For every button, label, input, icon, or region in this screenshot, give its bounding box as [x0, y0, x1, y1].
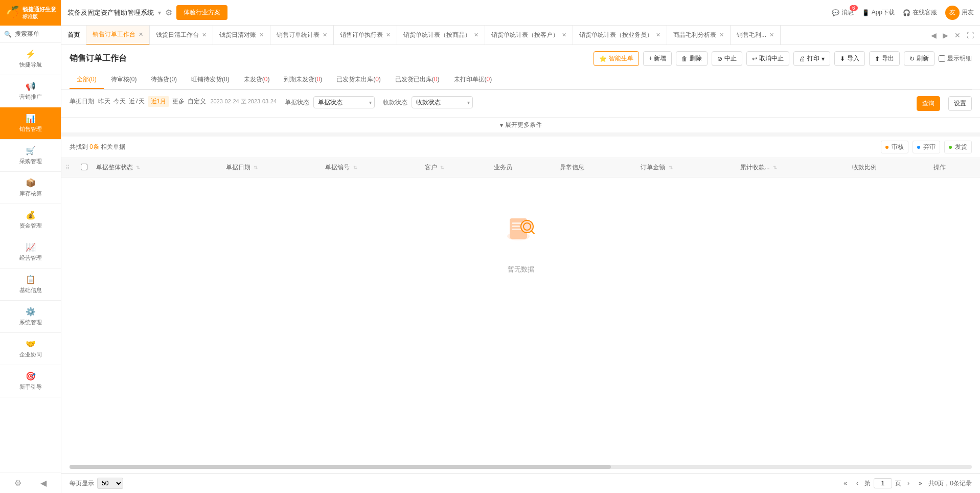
sidebar-item-sales[interactable]: 📊 销售管理: [0, 107, 61, 140]
th-checkbox[interactable]: [77, 158, 92, 177]
sort-amount-icon[interactable]: ⇅: [669, 165, 673, 170]
user-initial: 友: [949, 8, 955, 17]
review-action-btn[interactable]: 审核: [881, 141, 908, 153]
date-option-today[interactable]: 今天: [113, 97, 126, 106]
tab-prev-btn[interactable]: ◀: [929, 30, 939, 40]
date-option-7days[interactable]: 近7天: [129, 97, 145, 106]
collapse-icon[interactable]: ◀: [40, 478, 47, 488]
sort-date-icon[interactable]: ⇅: [254, 165, 258, 170]
sidebar-item-inventory[interactable]: 📦 库存核算: [0, 172, 61, 204]
sidebar-item-guide[interactable]: 🎯 新手引导: [0, 365, 61, 397]
page-number-input[interactable]: [874, 478, 892, 488]
date-option-more[interactable]: 更多: [172, 97, 185, 106]
tab-close-customer[interactable]: ✕: [562, 32, 566, 38]
tab-close-product[interactable]: ✕: [474, 32, 478, 38]
sub-tab-pending-inspect[interactable]: 待拣货(0): [144, 71, 184, 89]
import-btn[interactable]: ⬇ 导入: [834, 51, 865, 66]
ship-action-btn[interactable]: 发货: [944, 141, 972, 153]
date-option-custom[interactable]: 自定义: [188, 97, 206, 106]
app-download-btn[interactable]: 📱 App下载: [862, 8, 895, 17]
tab-sales-more[interactable]: 销售毛利... ✕: [731, 26, 781, 45]
tab-close-staff[interactable]: ✕: [656, 32, 660, 38]
tab-next-btn[interactable]: ▶: [941, 30, 950, 40]
settings-icon[interactable]: ⚙: [14, 478, 21, 488]
sub-tab-wangpu[interactable]: 旺铺待发货(0): [184, 71, 237, 89]
action-buttons: ⭐ 智能生单 + 新增 🗑 删除 ⊘ 中止 ↩: [594, 51, 972, 66]
first-page-btn[interactable]: «: [840, 479, 850, 488]
tab-product-margin[interactable]: 商品毛利分析表 ✕: [667, 26, 731, 45]
prev-page-btn[interactable]: ‹: [853, 479, 861, 488]
delete-btn[interactable]: 🗑 删除: [676, 51, 708, 66]
tab-sales-stats-product[interactable]: 销货单统计表（按商品） ✕: [397, 26, 485, 45]
online-service-btn[interactable]: 🎧 在线客服: [903, 8, 937, 17]
th-status: 单据整体状态 ⇅: [92, 158, 222, 177]
tab-sales-stats-staff[interactable]: 销货单统计表（按业务员） ✕: [573, 26, 667, 45]
tab-sales-stats-customer[interactable]: 销货单统计表（按客户） ✕: [485, 26, 573, 45]
tab-cash-daily[interactable]: 钱货日清工作台 ✕: [150, 26, 213, 45]
export-btn[interactable]: ⬆ 导出: [869, 51, 900, 66]
topbar-settings-icon[interactable]: ⚙: [165, 8, 172, 17]
tab-close-exec[interactable]: ✕: [386, 32, 391, 38]
sort-customer-icon[interactable]: ⇅: [440, 165, 444, 170]
tab-close-more[interactable]: ✕: [769, 32, 774, 38]
print-btn[interactable]: 🖨 打印 ▾: [793, 51, 830, 66]
sidebar-item-finance[interactable]: 💰 资金管理: [0, 204, 61, 236]
tab-expand-btn[interactable]: ⛶: [965, 30, 976, 40]
sort-status-icon[interactable]: ⇅: [136, 165, 140, 170]
search-btn[interactable]: 查询: [917, 96, 940, 111]
sidebar-item-quick-nav[interactable]: ⚡ 快捷导航: [0, 43, 61, 75]
sub-tab-shipped-not-out[interactable]: 已发货未出库(0): [329, 71, 388, 89]
sub-tab-overdue[interactable]: 到期未发货(0): [277, 71, 329, 89]
date-option-1month[interactable]: 近1月: [148, 96, 170, 107]
tab-sales-order-workbench[interactable]: 销售订单工作台 ✕: [86, 26, 150, 45]
add-btn[interactable]: + 新增: [643, 51, 672, 66]
sub-tab-all[interactable]: 全部(0): [70, 71, 104, 89]
ai-btn[interactable]: ⭐ 智能生单: [594, 51, 639, 66]
tab-close-all-btn[interactable]: ✕: [952, 30, 963, 40]
setting-btn[interactable]: 设置: [948, 96, 972, 111]
sidebar-item-basic[interactable]: 📋 基础信息: [0, 268, 61, 301]
page-size-select[interactable]: 50 20 100: [97, 478, 123, 489]
sort-no-icon[interactable]: ⇅: [353, 165, 357, 170]
last-page-btn[interactable]: »: [916, 479, 925, 488]
refresh-btn[interactable]: ↻ 刷新: [904, 51, 935, 66]
user-menu[interactable]: 友 用友: [945, 6, 974, 20]
tab-close-cash-daily[interactable]: ✕: [202, 32, 207, 38]
tab-cash-reconcile[interactable]: 钱货日清对账 ✕: [213, 26, 270, 45]
unreviewed-action-btn[interactable]: 弃审: [913, 141, 940, 153]
sidebar-item-marketing[interactable]: 📢 营销推广: [0, 75, 61, 107]
show-detail-checkbox[interactable]: [939, 55, 945, 62]
h-scrollbar-thumb[interactable]: [70, 465, 611, 469]
show-detail-toggle[interactable]: 显示明细: [939, 54, 972, 63]
tab-home[interactable]: 首页: [61, 26, 86, 45]
sort-collected-icon[interactable]: ⇅: [773, 165, 777, 170]
sub-tab-shipped-out[interactable]: 已发货已出库(0): [388, 71, 447, 89]
sub-tab-not-printed[interactable]: 未打印单据(0): [447, 71, 499, 89]
inventory-icon: 📦: [26, 178, 36, 188]
sidebar-item-enterprise[interactable]: 🤝 企业协同: [0, 333, 61, 365]
tab-close-sales-order[interactable]: ✕: [139, 31, 143, 38]
tab-close-margin[interactable]: ✕: [719, 32, 724, 38]
tab-close-sales-stats[interactable]: ✕: [323, 32, 327, 38]
sidebar-item-operations[interactable]: 📈 经营管理: [0, 236, 61, 268]
message-btn[interactable]: 💬 消息 6: [832, 8, 854, 17]
expand-conditions-btn[interactable]: ▾ 展开更多条件: [500, 121, 542, 129]
sidebar-item-system[interactable]: ⚙️ 系统管理: [0, 301, 61, 333]
tab-close-cash-reconcile[interactable]: ✕: [259, 32, 264, 38]
sidebar-item-search[interactable]: 🔍 搜索菜单: [0, 26, 61, 43]
next-page-btn[interactable]: ›: [904, 479, 913, 488]
sidebar-item-purchase[interactable]: 🛒 采购管理: [0, 140, 61, 172]
h-scrollbar[interactable]: [70, 465, 972, 469]
tab-sales-order-stats[interactable]: 销售订单统计表 ✕: [270, 26, 334, 45]
select-all-checkbox[interactable]: [81, 164, 87, 170]
app-name: 畅捷通好生意: [22, 6, 56, 13]
stop-btn[interactable]: ⊘ 中止: [712, 51, 742, 66]
cancel-stop-btn[interactable]: ↩ 取消中止: [746, 51, 789, 66]
sub-tab-pending-review[interactable]: 待审核(0): [104, 71, 144, 89]
status-select[interactable]: 单据状态: [313, 96, 375, 108]
date-option-yesterday[interactable]: 昨天: [98, 97, 110, 106]
trial-btn[interactable]: 体验行业方案: [176, 5, 227, 20]
sub-tab-not-shipped[interactable]: 未发货(0): [237, 71, 277, 89]
tab-sales-order-exec[interactable]: 销售订单执行表 ✕: [334, 26, 397, 45]
payment-select[interactable]: 收款状态: [412, 96, 473, 108]
